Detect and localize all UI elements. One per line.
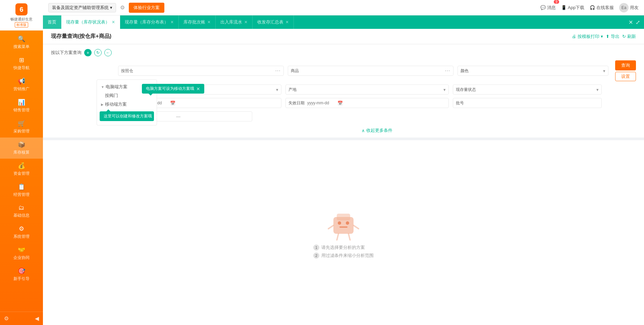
tooltip-create-scheme: 这里可以创建和修改方案哦 ✕ <box>100 111 154 121</box>
tab-home[interactable]: 首页 <box>43 15 61 29</box>
svg-line-7 <box>337 234 338 240</box>
enterprise-icon: 🤝 <box>18 246 25 254</box>
settings-icon[interactable]: ⚙ <box>120 4 125 11</box>
add-scheme-button[interactable]: + <box>84 49 92 56</box>
sidebar: 6 畅捷通好生意 标准版 🔍 搜索菜单 ⊞ 快捷导航 📢 营销推广 📊 销售管理… <box>0 0 43 325</box>
dots-icon[interactable]: ··· <box>275 68 280 74</box>
logo-text: 畅捷通好生意 <box>10 17 33 21</box>
chevron-down-icon[interactable]: ▾ <box>596 87 599 92</box>
home-tab-label: 首页 <box>48 19 56 25</box>
sidebar-item-system[interactable]: ⚙ 系统管理 <box>0 222 43 243</box>
messages-button[interactable]: 💬 消息 9 <box>540 5 556 11</box>
online-support-button[interactable]: 🎧 在线客服 <box>590 5 614 11</box>
refresh-button[interactable]: ↻ 刷新 <box>622 34 636 40</box>
close-icon[interactable]: ✕ <box>285 20 289 24</box>
system-selector[interactable]: 装备及固定资产辅助管理系统 ▾ <box>48 3 116 12</box>
close-icon[interactable]: ✕ <box>244 20 248 24</box>
svg-rect-1 <box>337 214 350 220</box>
sidebar-item-label: 快捷导航 <box>13 65 30 71</box>
close-icon[interactable]: ✕ <box>170 20 174 24</box>
empty-step-1: 1 请先选择要分析的方案 <box>313 245 374 251</box>
sidebar-item-purchase[interactable]: 🛒 采购管理 <box>0 116 43 138</box>
sidebar-item-basic[interactable]: 🗂 基础信息 <box>0 201 43 222</box>
origin-input[interactable] <box>299 87 443 92</box>
warehouse-input[interactable] <box>136 68 275 73</box>
refresh-scheme-button[interactable]: ↻ <box>94 49 102 56</box>
export-button[interactable]: ⬆ 导出 <box>606 34 620 40</box>
close-icon[interactable]: ✕ <box>207 20 211 24</box>
tab-batch[interactable]: 库存批次账 ✕ <box>179 15 216 29</box>
sidebar-item-search[interactable]: 🔍 搜索菜单 <box>0 32 43 53</box>
expand-icon: ▼ <box>101 85 104 89</box>
batch-no-input[interactable] <box>467 101 599 105</box>
collapse-button[interactable]: ∧ 收起更多条件 <box>118 125 636 138</box>
stock-main-to-input[interactable] <box>182 114 209 119</box>
sidebar-item-operation[interactable]: 📋 经营管理 <box>0 180 43 201</box>
status-field[interactable]: 现存量状态 ▾ <box>453 85 602 95</box>
color-field[interactable]: 颜色 ▾ <box>458 66 609 76</box>
scheme-mobile[interactable]: ▶ 移动端方案 <box>97 100 157 109</box>
sidebar-item-label: 采购管理 <box>13 128 30 134</box>
expire-date-input[interactable] <box>307 101 337 105</box>
solution-button[interactable]: 体验行业方案 <box>129 3 164 13</box>
chevron-down-icon[interactable]: ▾ <box>276 87 278 92</box>
sidebar-item-finance[interactable]: 💰 资金管理 <box>0 159 43 180</box>
tooltip-close-icon[interactable]: ✕ <box>154 114 158 119</box>
empty-state: 1 请先选择要分析的方案 2 用过滤条件来缩小分析范围 <box>43 140 644 325</box>
user-button[interactable]: Ea 用友 <box>619 3 639 12</box>
batch-no-field[interactable]: 批号 <box>453 98 602 108</box>
sidebar-item-guide[interactable]: 🎯 新手引导 <box>0 264 43 285</box>
goods-field[interactable]: 商品 ··· <box>288 66 453 76</box>
filter-section: 按以下方案查询 + ↻ ← 电脑方案可设为移动方案哦 ✕ ▼ 电脑端方案 <box>43 44 644 138</box>
set-button[interactable]: 设置 <box>615 72 636 81</box>
tab-inventory-status[interactable]: 现存量（库存状况表） ✕ <box>61 15 120 29</box>
calendar-icon[interactable]: 📅 <box>170 101 175 106</box>
close-all-tabs-icon[interactable]: ✕ <box>629 19 633 25</box>
sidebar-item-quick[interactable]: ⊞ 快捷导航 <box>0 53 43 74</box>
collapse-sidebar-button[interactable]: ◀ <box>35 315 39 322</box>
sidebar-item-inventory[interactable]: 📦 库存核算 <box>0 138 43 159</box>
tabs-bar: 首页 现存量（库存状况表） ✕ 现存量（库存分布表） ✕ 库存批次账 ✕ 出入库… <box>43 15 644 29</box>
support-label: 在线客服 <box>596 5 614 11</box>
sidebar-item-enterprise[interactable]: 🤝 企业协同 <box>0 243 43 264</box>
status-input[interactable] <box>479 87 596 92</box>
empty-svg <box>323 207 364 240</box>
chevron-down-icon: ▾ <box>110 5 112 10</box>
tab-label: 出入库流水 <box>220 19 242 25</box>
color-input[interactable] <box>471 68 603 73</box>
goods-label: 商品 <box>291 68 299 74</box>
template-print-button[interactable]: 🖨 按模板打印 ▾ <box>572 34 603 40</box>
back-button[interactable]: ← <box>104 49 112 56</box>
sidebar-item-marketing[interactable]: 📢 营销推广 <box>0 74 43 95</box>
origin-field[interactable]: 产地 ▾ <box>285 85 449 95</box>
tab-collect[interactable]: 收发存汇总表 ✕ <box>253 15 294 29</box>
avatar: Ea <box>619 3 629 12</box>
settings-button[interactable]: ⚙ <box>4 315 9 322</box>
step-num-1: 1 <box>313 245 319 251</box>
range-separator: — <box>176 114 180 119</box>
calendar-icon[interactable]: 📅 <box>337 101 343 106</box>
tooltip-close-icon[interactable]: ✕ <box>196 86 200 92</box>
sidebar-item-label: 新手引导 <box>13 276 30 282</box>
maximize-icon[interactable]: ⤢ <box>636 19 640 25</box>
svg-rect-4 <box>339 226 347 228</box>
expire-date-input-group <box>307 101 337 105</box>
color-label: 颜色 <box>461 68 469 74</box>
dots-icon[interactable]: ··· <box>445 68 450 74</box>
chevron-down-icon[interactable]: ▾ <box>603 68 605 73</box>
expire-date-field[interactable]: 失效日期 📅 <box>285 98 449 108</box>
purchase-icon: 🛒 <box>18 120 25 127</box>
tab-inout[interactable]: 出入库流水 ✕ <box>216 15 253 29</box>
close-icon[interactable]: ✕ <box>112 20 115 24</box>
scheme-mobile-label: 移动端方案 <box>105 101 127 107</box>
tab-inventory-dist[interactable]: 现存量（库存分布表） ✕ <box>120 15 179 29</box>
query-button[interactable]: 查询 <box>615 60 636 70</box>
warehouse-field[interactable]: 按照仓 ··· <box>118 66 284 76</box>
page-title: 现存量查询(按仓库+商品) <box>51 33 111 40</box>
chevron-down-icon[interactable]: ▾ <box>443 87 446 92</box>
app-download-button[interactable]: 📱 App下载 <box>561 5 584 11</box>
goods-input[interactable] <box>302 68 445 73</box>
sidebar-item-sales[interactable]: 📊 销售管理 <box>0 95 43 116</box>
topbar: 装备及固定资产辅助管理系统 ▾ ⚙ 体验行业方案 💬 消息 9 📱 App下载 … <box>43 0 644 15</box>
sidebar-item-label: 企业协同 <box>13 255 30 261</box>
